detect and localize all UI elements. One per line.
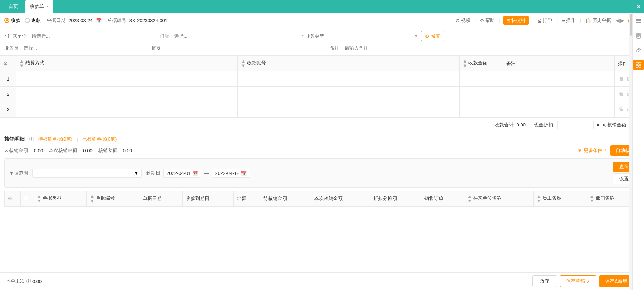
row-account-2[interactable] (238, 87, 459, 102)
print-icon: 🖨 (537, 18, 542, 23)
table-row: 3 🗑 ⧉ (0, 102, 644, 117)
date-from-input[interactable]: 2022-04-01 📅 (163, 169, 201, 178)
completed-tab[interactable]: 已核销单据(0笔) (82, 136, 117, 142)
table-gear-icon[interactable]: ⚙ (3, 60, 8, 66)
row-settlement-1[interactable] (16, 71, 238, 87)
row-remark-2[interactable] (503, 87, 614, 102)
rec-employee-col: ▲▼ 员工名称 (533, 191, 586, 207)
sidebar-doc-icon[interactable] (633, 31, 644, 41)
table-settings-header[interactable]: ⚙ (0, 56, 16, 71)
sidebar-table-icon[interactable] (633, 16, 644, 26)
select-all-checkbox[interactable] (24, 196, 28, 200)
filter-icon: ▼ (577, 148, 582, 153)
row-amount-2[interactable] (459, 87, 503, 102)
video-btn[interactable]: ⊙ 视频 (454, 16, 472, 24)
completed-label: 已核销单据 (82, 136, 106, 142)
date-to-input[interactable]: 2022-04-12 📅 (212, 169, 250, 178)
completed-count: 0笔 (108, 136, 115, 142)
table-section: ⚙ ▲▼ 结算方式 ▲▼ 收款账号 ▲▼ 收款金额 备注 操作 (0, 55, 644, 118)
row-settlement-3[interactable] (16, 102, 238, 117)
nav-right-btn[interactable]: ▶ (620, 17, 624, 23)
save-draft-label: 保存草稿 (566, 278, 585, 285)
summary-input[interactable] (164, 44, 310, 52)
sidebar-active-icon[interactable] (633, 60, 644, 70)
abandon-btn[interactable]: 放弃 (532, 275, 557, 287)
nav-arrows: ◀ ▶ (616, 17, 624, 23)
rec-gear-icon[interactable]: ⚙ (8, 196, 12, 201)
settings-button[interactable]: ⚙ 设置 (421, 31, 444, 41)
store-input[interactable] (172, 32, 274, 40)
history-btn[interactable]: 📋 历史单据 (584, 16, 613, 24)
equals-symbol: = (597, 122, 600, 128)
unchecked-amount-label: 未核销金额 (4, 147, 28, 154)
row-remark-1[interactable] (503, 71, 614, 87)
rec-settings-col[interactable]: ⚙ (5, 191, 21, 207)
more-conditions-btn[interactable]: ▼ 更多条件 ∧ (577, 147, 608, 154)
reconcile-header: 核销明细 ⓘ 待核销单据(0笔) | 已核销单据(0笔) (4, 136, 640, 142)
shortcut-btn[interactable]: ⊟ 快捷键 (503, 16, 529, 25)
radio-refund[interactable]: 退款 (25, 17, 41, 24)
doc-no-info: 单据编号 SK-20230324-001 (107, 17, 168, 24)
sidebar-link-icon[interactable] (633, 45, 644, 55)
radio-group: 收款 退款 (4, 17, 41, 24)
reconcile-info-icon[interactable]: ⓘ (29, 136, 34, 142)
row-delete-3-icon[interactable]: 🗑 (618, 106, 624, 113)
scrollbar[interactable] (629, 13, 632, 290)
row-settlement-2[interactable] (16, 87, 238, 102)
scrollbar-thumb[interactable] (630, 14, 632, 36)
store-label: 门店 (160, 33, 169, 39)
business-type-select[interactable]: 预收款 ▼ (327, 32, 418, 40)
radio-refund-label: 退款 (31, 17, 41, 24)
scope-select[interactable]: ▼ (32, 169, 142, 178)
minimize-btn[interactable]: — (621, 3, 627, 10)
row-delete-1-icon[interactable]: 🗑 (618, 75, 624, 82)
cash-discount-input[interactable] (557, 121, 594, 129)
radio-receive[interactable]: 收款 (4, 17, 20, 24)
remark-input[interactable] (342, 44, 444, 52)
row-delete-2-icon[interactable]: 🗑 (618, 90, 624, 98)
radio-receive-dot (4, 18, 9, 23)
net-amount-label: 可核销金额 (602, 122, 626, 128)
tab-current[interactable]: 收款单 × (25, 0, 53, 13)
close-btn[interactable]: ✕ (636, 3, 641, 10)
salesperson-input[interactable] (21, 44, 123, 52)
rec-pending-col: 待核销金额 (260, 191, 311, 207)
per-order-info-icon[interactable]: ⓘ (26, 278, 31, 285)
radio-receive-label: 收款 (11, 17, 20, 24)
save-draft-btn[interactable]: 保存草稿 ∧ (560, 275, 596, 287)
rec-check-col[interactable] (21, 191, 34, 207)
counterparty-more-icon[interactable]: ··· (134, 33, 139, 39)
row-account-3[interactable] (238, 102, 459, 117)
calendar-from-icon: 📅 (192, 171, 198, 176)
calendar-icon[interactable]: 📅 (96, 18, 102, 23)
svg-rect-2 (636, 22, 641, 23)
counterparty-input[interactable] (30, 32, 131, 40)
operations-btn[interactable]: ≡ 操作 (561, 16, 577, 24)
tab-separator: | (77, 137, 78, 142)
pending-tab[interactable]: 待核销单据(0笔) (38, 136, 72, 142)
per-order-info: 本单上次 ⓘ 0.00 (6, 278, 42, 285)
row-remark-3[interactable] (503, 102, 614, 117)
save-draft-arrow-icon: ∧ (586, 279, 590, 284)
nav-left-btn[interactable]: ◀ (616, 17, 620, 23)
maximize-btn[interactable]: □ (630, 3, 633, 10)
row-num-3: 3 (0, 102, 16, 117)
sep1: | (475, 18, 476, 23)
store-more-icon[interactable]: ··· (277, 33, 282, 39)
help-btn[interactable]: ⊙ 帮助 (479, 16, 496, 24)
row-account-1[interactable] (238, 71, 459, 87)
row-amount-3[interactable] (459, 102, 503, 117)
tab-home[interactable]: 首页 (3, 0, 24, 13)
business-type-value[interactable]: 预收款 (327, 32, 412, 40)
print-btn[interactable]: 🖨 打印 (535, 16, 554, 24)
video-circle-icon: ⊙ (456, 18, 460, 23)
tab-close-icon[interactable]: × (46, 4, 49, 9)
row-num-2: 2 (0, 87, 16, 102)
plus-symbol: + (529, 122, 531, 128)
counterparty-label: 往来单位 (4, 33, 27, 39)
per-order-label: 本单上次 (6, 278, 25, 285)
svg-rect-10 (639, 65, 641, 67)
collect-total-value: 0.00 (517, 122, 526, 128)
row-amount-1[interactable] (459, 71, 503, 87)
salesperson-more-icon[interactable]: ··· (126, 45, 131, 51)
